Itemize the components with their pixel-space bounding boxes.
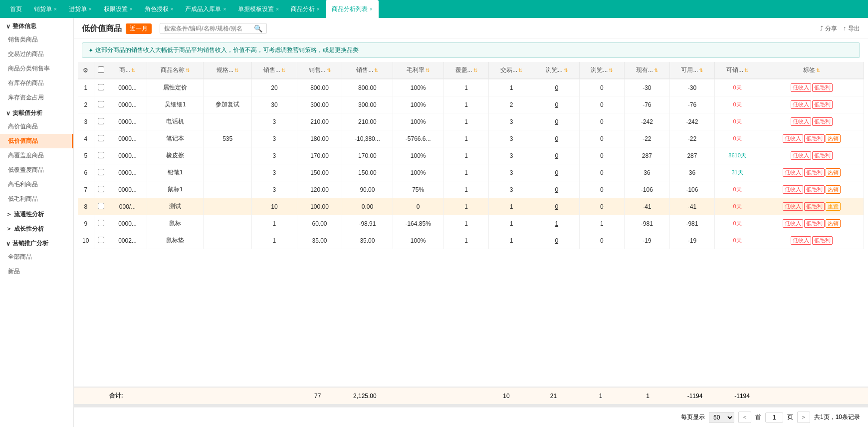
td-name[interactable]: 橡皮擦 [147, 147, 204, 164]
checkbox-col-header[interactable] [94, 62, 108, 79]
browse1-value[interactable]: 0 [555, 186, 558, 193]
row-checkbox[interactable] [98, 152, 104, 158]
td-browse1[interactable]: 0 [534, 181, 579, 198]
browse1-value[interactable]: 0 [555, 118, 558, 125]
nav-sales-order[interactable]: 销货单 × [28, 0, 63, 18]
browse1-value[interactable]: 0 [555, 203, 558, 210]
sidebar-group-contribution[interactable]: ∨ 贡献值分析 [0, 105, 73, 119]
td-browse1[interactable]: 0 [534, 130, 579, 147]
nav-purchase-order[interactable]: 进货单 × [63, 0, 98, 18]
sidebar-item-sales-goods[interactable]: 销售类商品 [0, 32, 73, 47]
nav-sales-order-close[interactable]: × [54, 6, 57, 12]
td-checkbox[interactable] [94, 147, 108, 164]
select-all-checkbox[interactable] [98, 66, 104, 73]
td-browse1[interactable]: 0 [534, 232, 579, 249]
sidebar-item-high-value[interactable]: 高价值商品 [0, 119, 73, 134]
td-checkbox[interactable] [94, 232, 108, 249]
sidebar-group-overall[interactable]: ∨ 整体信息 [0, 18, 73, 32]
nav-permission[interactable]: 权限设置 × [98, 0, 139, 18]
td-browse1[interactable]: 0 [534, 79, 579, 96]
browse1-value[interactable]: 0 [555, 101, 558, 108]
sidebar-item-in-stock[interactable]: 有库存的商品 [0, 76, 73, 90]
sidebar-item-low-value[interactable]: 低价值商品 [0, 134, 73, 148]
row-checkbox[interactable] [98, 84, 104, 90]
td-name[interactable]: 属性定价 [147, 79, 204, 96]
sidebar-item-traded-goods[interactable]: 交易过的商品 [0, 47, 73, 61]
td-checkbox[interactable] [94, 215, 108, 232]
td-name[interactable]: 鼠标垫 [147, 232, 204, 249]
settings-col-header[interactable]: ⚙ [78, 62, 94, 79]
td-name[interactable]: 铅笔1 [147, 164, 204, 181]
nav-home[interactable]: 首页 [4, 0, 28, 18]
first-page-btn[interactable]: ＜ [738, 412, 751, 423]
td-name[interactable]: 电话机 [147, 113, 204, 130]
search-icon[interactable]: 🔍 [254, 24, 262, 32]
browse1-value[interactable]: 1 [555, 220, 558, 227]
nav-permission-close[interactable]: × [130, 6, 133, 12]
browse1-value[interactable]: 0 [555, 84, 558, 91]
nav-analysis-list-close[interactable]: × [370, 6, 373, 12]
td-name[interactable]: 鼠标 [147, 215, 204, 232]
search-input[interactable] [164, 25, 254, 32]
row-checkbox[interactable] [98, 169, 104, 175]
sidebar-item-stock-capital[interactable]: 库存资金占用 [0, 90, 73, 105]
sidebar-item-low-margin[interactable]: 低毛利商品 [0, 192, 73, 206]
td-browse1[interactable]: 0 [534, 147, 579, 164]
sidebar-group-marketing[interactable]: ∨ 营销推广分析 [0, 235, 73, 250]
nav-template-settings[interactable]: 单据模板设置 × [232, 0, 285, 18]
td-name[interactable]: 笔记本 [147, 130, 204, 147]
td-browse1[interactable]: 0 [534, 113, 579, 130]
td-name[interactable]: 吴细细1 [147, 96, 204, 113]
td-code: 0000... [108, 113, 147, 130]
row-checkbox[interactable] [98, 220, 104, 226]
nav-purchase-close[interactable]: × [89, 6, 92, 12]
browse1-value[interactable]: 0 [555, 135, 558, 142]
nav-analysis-close[interactable]: × [317, 6, 320, 12]
td-gross-margin: 100% [393, 164, 443, 181]
td-spec: 535 [204, 130, 252, 147]
browse1-value[interactable]: 0 [555, 169, 558, 176]
browse1-value[interactable]: 0 [555, 237, 558, 244]
nav-template-close[interactable]: × [276, 6, 279, 12]
row-checkbox[interactable] [98, 186, 104, 192]
nav-product-analysis[interactable]: 商品分析 × [285, 0, 326, 18]
td-browse1[interactable]: 1 [534, 215, 579, 232]
sidebar-item-low-coverage[interactable]: 低覆盖度商品 [0, 163, 73, 177]
share-button[interactable]: ⤴ 分享 [820, 24, 837, 33]
next-page-btn[interactable]: ＞ [797, 412, 810, 423]
td-browse1[interactable]: 0 [534, 96, 579, 113]
td-browse1[interactable]: 0 [534, 164, 579, 181]
td-checkbox[interactable] [94, 79, 108, 96]
nav-role-close[interactable]: × [171, 6, 174, 12]
nav-product-inbound-close[interactable]: × [223, 6, 226, 12]
export-button[interactable]: ↑ 导出 [843, 24, 860, 33]
sidebar-item-all-goods[interactable]: 全部商品 [0, 250, 73, 264]
row-checkbox[interactable] [98, 135, 104, 141]
page-number-input[interactable] [765, 413, 783, 423]
row-checkbox[interactable] [98, 237, 104, 243]
td-name[interactable]: 测试 [147, 198, 204, 215]
td-checkbox[interactable] [94, 113, 108, 130]
nav-role-auth[interactable]: 角色授权 × [139, 0, 180, 18]
time-filter-button[interactable]: 近一月 [126, 23, 152, 34]
td-checkbox[interactable] [94, 96, 108, 113]
row-checkbox[interactable] [98, 118, 104, 124]
nav-product-analysis-list[interactable]: 商品分析列表 × [326, 0, 379, 18]
td-checkbox[interactable] [94, 181, 108, 198]
td-browse1[interactable]: 0 [534, 198, 579, 215]
row-checkbox[interactable] [98, 203, 104, 209]
browse1-value[interactable]: 0 [555, 152, 558, 159]
sidebar-group-growth[interactable]: ＞ 成长性分析 [0, 221, 73, 235]
sidebar-group-circulation[interactable]: ＞ 流通性分析 [0, 206, 73, 221]
sidebar-item-new-goods[interactable]: 新品 [0, 264, 73, 279]
td-checkbox[interactable] [94, 164, 108, 181]
sidebar-item-category-sales-rate[interactable]: 商品分类销售率 [0, 61, 73, 76]
td-checkbox[interactable] [94, 130, 108, 147]
sidebar-item-high-coverage[interactable]: 高覆盖度商品 [0, 148, 73, 163]
sidebar-item-high-margin[interactable]: 高毛利商品 [0, 177, 73, 192]
nav-product-inbound[interactable]: 产成品入库单 × [179, 0, 232, 18]
td-name[interactable]: 鼠标1 [147, 181, 204, 198]
td-checkbox[interactable] [94, 198, 108, 215]
row-checkbox[interactable] [98, 101, 104, 107]
per-page-select[interactable]: 50 100 200 [709, 412, 734, 423]
